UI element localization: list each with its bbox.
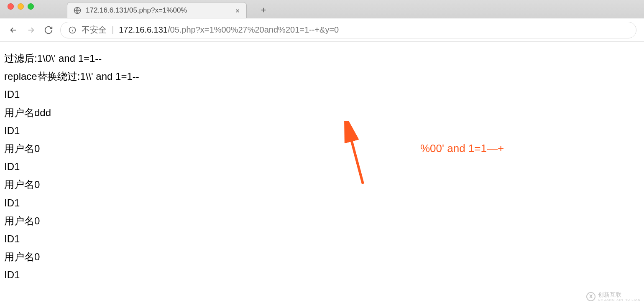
content-line: ID1 (4, 158, 640, 175)
content-line: 用户名0 (4, 212, 640, 230)
forward-button[interactable] (25, 24, 37, 36)
content-line: 用户名ddd (4, 104, 640, 122)
page-content: 过滤后:1\0\' and 1=1-- replace替换绕过:1\\' and… (0, 42, 644, 291)
info-icon (68, 26, 77, 34)
window-close-button[interactable] (8, 3, 14, 10)
reload-button[interactable] (43, 24, 54, 36)
content-line: 用户名0 (4, 140, 640, 158)
content-line: ID1 (4, 194, 640, 212)
content-line: ID1 (4, 230, 640, 248)
url-path: /05.php?x=1%00%27%20and%201=1--+&y=0 (168, 25, 339, 34)
address-bar[interactable]: 不安全 | 172.16.6.131/05.php?x=1%00%27%20an… (60, 22, 636, 38)
new-tab-button[interactable] (255, 2, 272, 18)
window-zoom-button[interactable] (28, 3, 34, 10)
annotation-text: %00' and 1=1—+ (420, 142, 504, 155)
watermark-icon: X (586, 292, 595, 301)
content-line: 用户名0 (4, 248, 640, 266)
globe-icon (73, 6, 82, 15)
browser-tab-active[interactable]: 172.16.6.131/05.php?x=1%00% (67, 2, 247, 18)
watermark-sub: CHUANG XIN HU LIAN (598, 298, 641, 302)
url-host: 172.16.6.131 (119, 25, 168, 34)
content-line: ID1 (4, 122, 640, 140)
browser-toolbar: 不安全 | 172.16.6.131/05.php?x=1%00%27%20an… (0, 18, 644, 42)
content-line: ID1 (4, 85, 640, 103)
window-minimize-button[interactable] (18, 3, 24, 10)
content-line: 过滤后:1\0\' and 1=1-- (4, 49, 640, 67)
content-line: 用户名0 (4, 175, 640, 193)
separator: | (112, 25, 114, 35)
window-traffic-lights (8, 3, 34, 10)
close-icon[interactable] (235, 8, 240, 13)
tab-title: 172.16.6.131/05.php?x=1%00% (86, 6, 230, 15)
watermark-main: 创新互联 (598, 291, 621, 298)
content-line: replace替换绕过:1\\' and 1=1-- (4, 67, 640, 85)
watermark: X 创新互联 CHUANG XIN HU LIAN (586, 291, 641, 302)
watermark-text: 创新互联 CHUANG XIN HU LIAN (598, 291, 641, 302)
content-line: ID1 (4, 266, 640, 284)
security-label: 不安全 (82, 24, 107, 36)
url-text: 172.16.6.131/05.php?x=1%00%27%20and%201=… (119, 25, 339, 35)
back-button[interactable] (8, 24, 19, 36)
tab-strip: 172.16.6.131/05.php?x=1%00% (0, 0, 644, 18)
